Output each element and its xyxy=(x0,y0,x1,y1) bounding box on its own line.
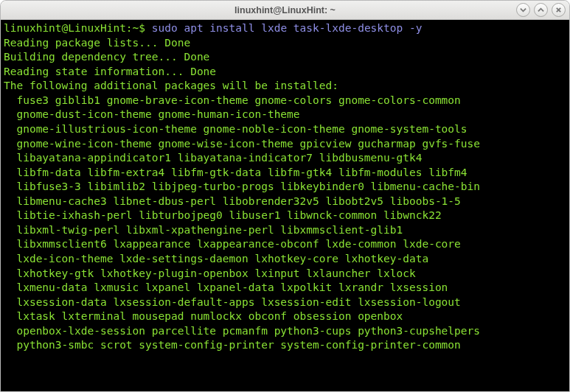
terminal-viewport[interactable]: linuxhint@LinuxHint:~$ sudo apt install … xyxy=(1,20,569,391)
package-line: libmenu-cache3 libnet-dbus-perl libobren… xyxy=(4,195,566,209)
package-line: lxmenu-data lxmusic lxpanel lxpanel-data… xyxy=(4,281,566,295)
window-controls xyxy=(516,3,566,17)
maximize-button[interactable] xyxy=(534,3,548,17)
package-line: libxmmsclient6 lxappearance lxappearance… xyxy=(4,237,566,252)
package-line: libtie-ixhash-perl libturbojpeg0 libuser… xyxy=(4,209,566,223)
shell-prompt: linuxhint@LinuxHint:~$ xyxy=(4,22,152,34)
package-line: libfuse3-3 libimlib2 libjpeg-turbo-progs… xyxy=(4,180,566,195)
package-line: lxtask lxterminal mousepad numlockx obco… xyxy=(4,309,566,324)
output-line: Reading state information... Done xyxy=(4,66,216,77)
output-line: Reading package lists... Done xyxy=(4,37,190,49)
chevron-up-icon xyxy=(538,7,544,13)
package-line: gnome-wine-icon-theme gnome-wise-icon-th… xyxy=(4,137,566,152)
package-line: libfm-data libfm-extra4 libfm-gtk-data l… xyxy=(4,166,566,181)
package-line: gnome-illustrious-icon-theme gnome-noble… xyxy=(4,122,566,137)
package-line: python3-smbc scrot system-config-printer… xyxy=(4,338,566,353)
output-line: The following additional packages will b… xyxy=(4,80,338,91)
minimize-button[interactable] xyxy=(516,3,530,17)
package-line: fuse3 giblib1 gnome-brave-icon-theme gno… xyxy=(4,94,566,108)
close-button[interactable] xyxy=(552,3,566,17)
chevron-down-icon xyxy=(520,7,526,13)
package-line: libxml-twig-perl libxml-xpathengine-perl… xyxy=(4,223,566,238)
terminal-window: linuxhint@LinuxHint: ~ linuxhint@LinuxHi… xyxy=(0,0,570,392)
package-line: lxhotkey-gtk lxhotkey-plugin-openbox lxi… xyxy=(4,267,566,281)
titlebar: linuxhint@LinuxHint: ~ xyxy=(1,1,569,20)
package-line: lxsession-data lxsession-default-apps lx… xyxy=(4,295,566,310)
output-line: Building dependency tree... Done xyxy=(4,51,209,63)
package-line: gnome-dust-icon-theme gnome-human-icon-t… xyxy=(4,108,566,122)
close-icon xyxy=(555,7,562,13)
package-line: lxde-icon-theme lxde-settings-daemon lxh… xyxy=(4,252,566,267)
shell-command: sudo apt install lxde task-lxde-desktop … xyxy=(152,22,423,34)
package-line: libayatana-appindicator1 libayatana-indi… xyxy=(4,151,566,166)
package-line: openbox-lxde-session parcellite pcmanfm … xyxy=(4,324,566,339)
window-title: linuxhint@LinuxHint: ~ xyxy=(234,5,336,15)
